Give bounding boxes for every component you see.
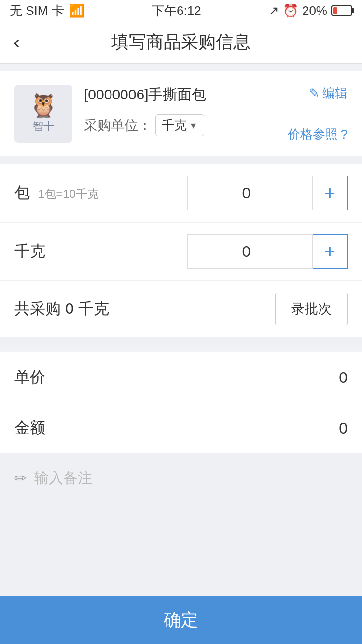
battery-fill	[333, 7, 337, 14]
kg-increment-button[interactable]: +	[313, 234, 348, 269]
detail-section: 单价 0 金额 0	[0, 352, 362, 454]
amount-label: 金额	[14, 418, 45, 439]
help-icon: ?	[341, 127, 348, 142]
kg-quantity-input[interactable]	[187, 234, 313, 269]
product-image: 🦉 智十	[14, 85, 72, 143]
unit-price-value: 0	[339, 369, 348, 387]
bag-input-row: 包 1包=10千克 +	[0, 164, 362, 223]
confirm-button[interactable]: 确定	[0, 596, 362, 644]
kg-label: 千克	[14, 241, 187, 262]
total-purchase-text: 共采购 0 千克	[14, 298, 109, 320]
bag-sub-label: 1包=10千克	[38, 187, 99, 200]
quantity-input-section: 包 1包=10千克 + 千克 +	[0, 164, 362, 281]
unit-price-row: 单价 0	[0, 352, 362, 403]
unit-price-label: 单价	[14, 367, 45, 388]
status-bar: 无 SIM 卡 📶 下午6:12 ↗ ⏰ 20%	[0, 0, 362, 21]
carrier-text: 无 SIM 卡	[10, 2, 64, 19]
summary-row: 共采购 0 千克 录批次	[0, 281, 362, 337]
product-brand-text: 智十	[33, 119, 54, 134]
unit-select-value: 千克	[162, 117, 187, 134]
product-card: 🦉 智十 [0000006]手撕面包 采购单位： 千克 ▾ ✎ 编辑 价格参照 …	[0, 71, 362, 156]
unit-label: 采购单位：	[84, 116, 152, 135]
status-time: 下午6:12	[152, 2, 201, 19]
battery-percent: 20%	[302, 3, 327, 18]
status-left: 无 SIM 卡 📶	[10, 2, 84, 19]
section-divider-2	[0, 337, 362, 345]
price-reference-button[interactable]: 价格参照 ?	[288, 126, 348, 143]
chevron-down-icon: ▾	[191, 119, 196, 132]
bag-input-control: +	[187, 176, 348, 210]
alarm-icon: ⏰	[283, 3, 298, 18]
bag-quantity-input[interactable]	[187, 176, 313, 210]
battery-bar	[331, 5, 352, 16]
remark-placeholder: 输入备注	[34, 468, 92, 488]
product-logo-icon: 🦉	[29, 94, 58, 117]
bag-label: 包 1包=10千克	[14, 182, 187, 204]
edit-button[interactable]: ✎ 编辑	[309, 85, 348, 102]
bag-increment-button[interactable]: +	[313, 176, 348, 210]
nav-bar: ‹ 填写商品采购信息	[0, 21, 362, 64]
amount-value: 0	[339, 420, 348, 437]
page-title: 填写商品采购信息	[111, 30, 251, 54]
price-ref-label: 价格参照	[288, 126, 338, 143]
kg-input-control: +	[187, 234, 348, 269]
back-button[interactable]: ‹	[14, 31, 20, 53]
remark-section[interactable]: ✏ 输入备注	[0, 454, 362, 503]
wifi-icon: 📶	[69, 3, 84, 18]
status-right: ↗ ⏰ 20%	[268, 3, 352, 18]
edit-icon: ✎	[309, 86, 320, 101]
section-divider-1	[0, 156, 362, 164]
amount-row: 金额 0	[0, 403, 362, 454]
product-name: [0000006]手撕面包	[84, 85, 348, 105]
unit-select-dropdown[interactable]: 千克 ▾	[155, 114, 204, 136]
kg-input-row: 千克 +	[0, 223, 362, 281]
location-icon: ↗	[268, 3, 279, 18]
pencil-icon: ✏	[14, 470, 27, 487]
batch-record-button[interactable]: 录批次	[275, 293, 348, 325]
edit-label: 编辑	[322, 85, 348, 102]
